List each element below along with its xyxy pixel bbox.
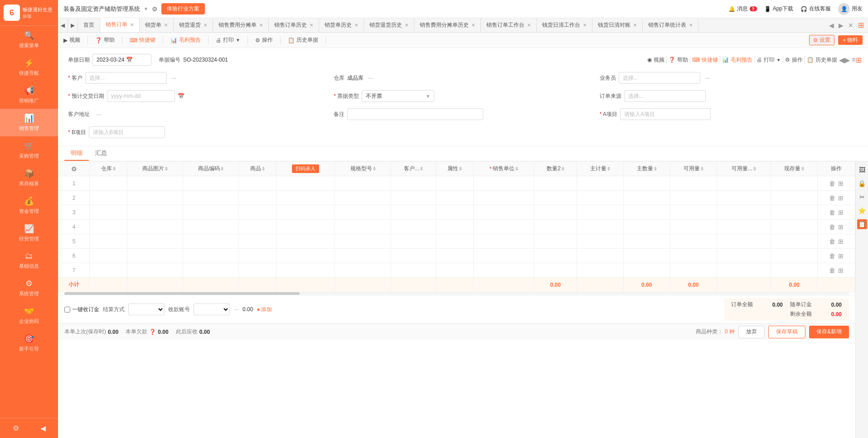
detail-tab-0[interactable]: 明细 [64, 146, 89, 161]
copy-icon[interactable]: ⊞ [838, 252, 844, 260]
cell-customer_code[interactable] [391, 220, 436, 234]
cell-spec[interactable] [335, 176, 391, 191]
cell-avail_qty[interactable] [670, 191, 717, 205]
right-panel-icon-4[interactable]: 📋 [857, 219, 867, 229]
tab-6[interactable]: 销货单历史✕ [319, 18, 364, 32]
cell-unit[interactable] [473, 205, 534, 220]
cell-spec[interactable] [335, 205, 391, 220]
cell-spec[interactable] [335, 249, 391, 263]
cell-code[interactable] [183, 234, 238, 249]
save-new-btn[interactable]: 保存&新增 [809, 326, 849, 338]
date-input[interactable]: 2023-03-24 📅 [92, 54, 151, 66]
view-video-btn[interactable]: ▶ 视频 [63, 36, 80, 44]
tab-1[interactable]: 销售订单✕ [100, 18, 140, 32]
delivery-date-input[interactable] [107, 90, 175, 102]
cell-warehouse[interactable] [90, 249, 127, 263]
cell-image[interactable] [127, 220, 183, 234]
sidebar-item-库存核算[interactable]: 📦库存核算 [0, 164, 58, 192]
copy-icon[interactable]: ⊞ [838, 223, 844, 231]
sidebar-item-系统管理[interactable]: ⚙系统管理 [0, 274, 58, 302]
tab-close-3[interactable]: ✕ [204, 23, 207, 28]
cell-unit[interactable] [473, 176, 534, 191]
cell-customer_code[interactable] [391, 191, 436, 205]
cell-product[interactable] [238, 176, 276, 191]
cell-image[interactable] [127, 191, 183, 205]
tab-close-10[interactable]: ✕ [583, 23, 587, 28]
cell-avail_qty[interactable] [670, 205, 717, 220]
warehouse-more-icon[interactable]: ··· [368, 74, 373, 82]
cell-avail_qty[interactable] [670, 220, 717, 234]
cell-main_unit[interactable] [577, 234, 623, 249]
ticket-type-select[interactable]: 不开票 ▼ [362, 90, 434, 102]
cell-image[interactable] [127, 176, 183, 191]
tab-close-9[interactable]: ✕ [527, 23, 531, 28]
copy-icon[interactable]: ⊞ [838, 238, 844, 245]
debit-help-icon[interactable]: ❓ [149, 329, 156, 335]
sidebar-item-企业协同[interactable]: 🤝企业协同 [0, 302, 58, 329]
cell-current_qty[interactable] [771, 220, 818, 234]
tab-close-5[interactable]: ✕ [310, 23, 313, 28]
order-source-input[interactable] [624, 90, 706, 102]
tab-11[interactable]: 钱货日清对账✕ [592, 18, 643, 32]
sort-icon-code[interactable] [221, 167, 223, 171]
memo-input[interactable] [347, 108, 483, 120]
account-select[interactable] [194, 303, 230, 315]
cell-code[interactable] [183, 263, 238, 278]
sort-icon-main_qty[interactable] [654, 167, 657, 171]
list-view-icon[interactable]: ≡ [852, 56, 856, 64]
add-row-btn[interactable]: ● 添加 [257, 306, 272, 313]
cell-code[interactable] [183, 205, 238, 220]
cell-warehouse[interactable] [90, 234, 127, 249]
cell-scan[interactable] [276, 220, 335, 234]
cell-avail_qty2[interactable] [717, 220, 771, 234]
tab-7[interactable]: 销货退货历史✕ [364, 18, 414, 32]
cell-current_qty[interactable] [771, 234, 818, 249]
cell-code[interactable] [183, 176, 238, 191]
cell-spec[interactable] [335, 220, 391, 234]
copy-icon[interactable]: ⊞ [838, 209, 844, 216]
next-record-icon[interactable]: ▶ [844, 56, 850, 64]
cell-attr[interactable] [436, 220, 474, 234]
tab-prev-btn[interactable]: ◀ [58, 18, 68, 32]
sort-icon-product[interactable] [262, 167, 265, 171]
cell-qty2[interactable] [534, 220, 577, 234]
cell-current_qty[interactable] [771, 191, 818, 205]
delete-icon[interactable]: 🗑 [829, 194, 835, 202]
scroll-thumb[interactable] [64, 292, 300, 295]
sidebar-item-基础信息[interactable]: 🗂基础信息 [0, 247, 58, 274]
calendar-icon[interactable]: 📅 [126, 57, 133, 63]
online-service-btn[interactable]: 🎧 在线客服 [800, 5, 831, 13]
settings-bottom-icon[interactable]: ⚙ [11, 422, 21, 434]
operation-btn[interactable]: ⚙ 操作 [255, 36, 273, 44]
delete-icon[interactable]: 🗑 [829, 209, 835, 216]
sidebar-item-搜索菜单[interactable]: 🔍搜索菜单 [0, 26, 58, 53]
cell-gear[interactable]: 6 [58, 249, 90, 263]
cell-attr[interactable] [436, 205, 474, 220]
save-draft-btn[interactable]: 保存草稿 [768, 326, 805, 338]
cell-qty2[interactable] [534, 205, 577, 220]
cell-customer_code[interactable] [391, 234, 436, 249]
sort-icon-qty2[interactable] [562, 167, 564, 171]
copy-icon[interactable]: ⊞ [838, 180, 844, 187]
tab-9[interactable]: 销售订单工作台✕ [481, 18, 537, 32]
tab-close-2[interactable]: ✕ [164, 23, 168, 28]
cell-attr[interactable] [436, 263, 474, 278]
toolbar-view2[interactable]: ◉视频 [647, 56, 664, 64]
sidebar-item-销售管理[interactable]: 📊销售管理 [0, 109, 58, 136]
delete-icon[interactable]: 🗑 [829, 252, 835, 260]
sidebar-item-新手引导[interactable]: 🎯新手引导 [0, 329, 58, 357]
cell-product[interactable] [238, 234, 276, 249]
delivery-cal-icon[interactable]: 📅 [178, 93, 184, 99]
payment-select[interactable] [128, 303, 165, 315]
cell-avail_qty2[interactable] [717, 234, 771, 249]
tab-4[interactable]: 销售费用分摊单✕ [213, 18, 269, 32]
sort-icon-customer_code[interactable] [420, 167, 423, 171]
cell-code[interactable] [183, 191, 238, 205]
tab-10[interactable]: 钱货日清工作台✕ [537, 18, 592, 32]
cell-customer_code[interactable] [391, 205, 436, 220]
cell-current_qty[interactable] [771, 249, 818, 263]
cell-attr[interactable] [436, 249, 474, 263]
notification-btn[interactable]: 🔔 消息 9 [728, 5, 757, 13]
sort-icon-avail_qty[interactable] [701, 167, 703, 171]
sort-icon-image[interactable] [165, 167, 168, 171]
